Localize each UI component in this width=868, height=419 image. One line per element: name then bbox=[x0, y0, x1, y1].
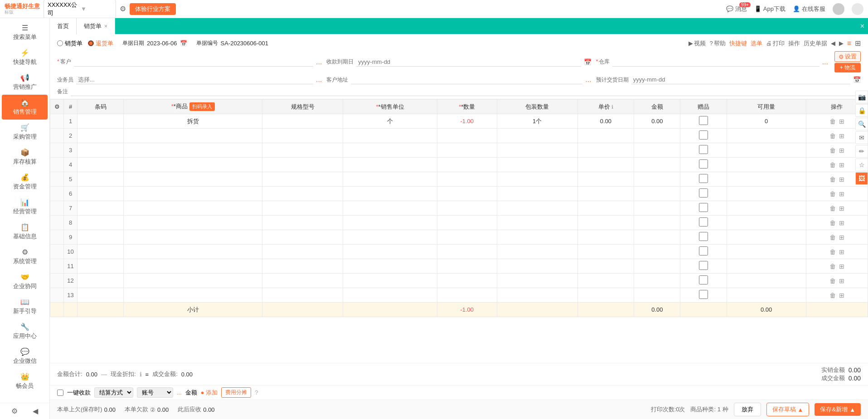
toolbar-list-icon[interactable]: ≡ bbox=[847, 39, 851, 48]
sidebar-collapse-icon[interactable]: ◀ bbox=[33, 407, 38, 415]
app-download-btn[interactable]: 📱 App下载 bbox=[754, 5, 786, 13]
message-btn[interactable]: 💬 消息 99+ bbox=[726, 5, 747, 13]
delete-row-btn[interactable]: 🗑 bbox=[829, 234, 837, 241]
sidebar-item-sales[interactable]: 🏠 销售管理 bbox=[2, 95, 48, 120]
sidebar-item-finance[interactable]: 💰 资金管理 bbox=[0, 169, 49, 194]
toolbar-select[interactable]: 选单 bbox=[751, 39, 762, 48]
sidebar-item-search[interactable]: ☰ 搜索菜单 bbox=[0, 20, 49, 45]
toolbar-next-icon[interactable]: ▶ bbox=[839, 40, 844, 47]
total-owed-help[interactable]: ② bbox=[150, 406, 155, 413]
float-search-btn[interactable]: 🔍 bbox=[855, 118, 868, 130]
salesperson-input[interactable] bbox=[76, 75, 313, 84]
toolbar-video[interactable]: ▶ 视频 bbox=[689, 39, 706, 48]
payment-method-select[interactable]: 结算方式 bbox=[94, 387, 133, 398]
copy-row-btn[interactable]: ⊞ bbox=[838, 292, 845, 299]
sidebar-item-guide[interactable]: 📖 新手引导 bbox=[0, 294, 49, 319]
avatar2[interactable] bbox=[852, 3, 863, 15]
expected-date-input[interactable] bbox=[631, 75, 850, 84]
delete-row-btn[interactable]: 🗑 bbox=[829, 176, 837, 183]
sidebar-item-business[interactable]: 📊 经营管理 bbox=[0, 194, 49, 219]
copy-row-btn[interactable]: ⊞ bbox=[838, 147, 845, 154]
sidebar-item-quicknav[interactable]: ⚡ 快捷导航 bbox=[0, 45, 49, 70]
expected-date-calendar-icon[interactable]: 📅 bbox=[853, 76, 861, 83]
delete-row-btn[interactable]: 🗑 bbox=[829, 248, 837, 255]
delete-row-btn[interactable]: 🗑 bbox=[829, 205, 837, 212]
discard-btn[interactable]: 放弃 bbox=[734, 403, 761, 416]
toolbar-shortcut[interactable]: 快捷键 bbox=[729, 39, 747, 48]
avatar[interactable] bbox=[833, 3, 844, 15]
note-input[interactable] bbox=[71, 87, 861, 96]
due-date-input[interactable] bbox=[356, 58, 581, 67]
sidebar-item-inventory[interactable]: 📦 库存核算 bbox=[0, 144, 49, 169]
toolbar-print[interactable]: 🖨 打印 bbox=[766, 39, 785, 48]
sidebar-item-wechat[interactable]: 💬 企业微信 bbox=[0, 344, 49, 369]
sidebar-item-marketing[interactable]: 📢 营销推广 bbox=[0, 70, 49, 95]
copy-row-btn[interactable]: ⊞ bbox=[838, 277, 845, 284]
tab-close-btn[interactable]: × bbox=[860, 22, 868, 30]
copy-row-btn[interactable]: ⊞ bbox=[838, 263, 845, 270]
scan-btn[interactable]: 扫码录入 bbox=[189, 102, 215, 111]
expense-btn[interactable]: 费用分摊 bbox=[221, 387, 251, 398]
tab-home[interactable]: 首页 bbox=[50, 18, 77, 34]
delete-row-btn[interactable]: 🗑 bbox=[829, 219, 837, 226]
warehouse-input[interactable]: 建材仓 bbox=[612, 58, 819, 67]
salesperson-dots[interactable]: ... bbox=[316, 76, 322, 83]
float-mail-btn[interactable]: ✉ bbox=[855, 131, 868, 144]
copy-row-btn[interactable]: ⊞ bbox=[838, 234, 845, 241]
delete-row-btn[interactable]: 🗑 bbox=[829, 161, 837, 169]
save-new-btn[interactable]: 保存&新增 ▲ bbox=[815, 403, 861, 416]
window-close-icon[interactable]: × bbox=[860, 22, 864, 30]
customer-address-dots[interactable]: ... bbox=[585, 76, 591, 83]
sidebar-item-apps[interactable]: 🔧 应用中心 bbox=[0, 319, 49, 344]
help-icon[interactable]: ? bbox=[255, 389, 258, 396]
sidebar-item-purchase[interactable]: 🛒 采购管理 bbox=[0, 120, 49, 144]
toolbar-operate[interactable]: 操作 bbox=[788, 39, 800, 48]
customer-dots[interactable]: ... bbox=[316, 58, 322, 66]
copy-row-btn[interactable]: ⊞ bbox=[838, 118, 845, 125]
customer-input[interactable] bbox=[74, 58, 313, 67]
float-camera-btn[interactable]: 📷 bbox=[855, 91, 868, 103]
delete-row-btn[interactable]: 🗑 bbox=[829, 190, 837, 197]
customer-address-input[interactable] bbox=[351, 75, 582, 84]
copy-row-btn[interactable]: ⊞ bbox=[838, 132, 845, 140]
calendar-icon[interactable]: 📅 bbox=[180, 40, 187, 47]
th-settings[interactable]: ⚙ bbox=[50, 100, 64, 114]
sidebar-item-system[interactable]: ⚙ 系统管理 bbox=[0, 244, 49, 269]
col-settings-icon[interactable]: ⚙ bbox=[54, 103, 60, 110]
payment-account-select[interactable]: 账号 bbox=[137, 387, 173, 398]
copy-row-btn[interactable]: ⊞ bbox=[838, 248, 845, 255]
gear-icon[interactable]: ⚙ bbox=[120, 5, 126, 13]
float-edit-btn[interactable]: ✏ bbox=[855, 145, 868, 158]
tab-sales-order[interactable]: 销货单 × bbox=[77, 18, 115, 34]
radio-return[interactable]: 退货单 bbox=[88, 39, 113, 48]
toolbar-grid-icon[interactable]: ⊞ bbox=[855, 39, 861, 48]
float-star-btn[interactable]: ☆ bbox=[855, 159, 868, 171]
discount-help-icon[interactable]: ℹ bbox=[140, 371, 142, 378]
online-service-btn[interactable]: 👤 在线客服 bbox=[793, 5, 825, 13]
amount-dots[interactable]: ... bbox=[177, 389, 182, 396]
delete-row-btn[interactable]: 🗑 bbox=[829, 118, 837, 125]
logistics-btn[interactable]: + 物流 bbox=[834, 63, 861, 72]
copy-row-btn[interactable]: ⊞ bbox=[838, 176, 845, 183]
float-lock-btn[interactable]: 🔒 bbox=[855, 104, 868, 117]
sidebar-item-member[interactable]: 👑 畅会员 bbox=[0, 369, 49, 394]
delete-row-btn[interactable]: 🗑 bbox=[829, 292, 837, 299]
save-draft-btn[interactable]: 保存草稿 ▲ bbox=[766, 403, 810, 416]
copy-row-btn[interactable]: ⊞ bbox=[838, 190, 845, 197]
due-date-calendar-icon[interactable]: 📅 bbox=[584, 58, 592, 66]
warehouse-dots[interactable]: ... bbox=[822, 58, 828, 66]
toolbar-help[interactable]: ? 帮助 bbox=[709, 39, 725, 48]
radio-sale[interactable]: 销货单 bbox=[57, 39, 82, 48]
trial-btn[interactable]: 体验行业方案 bbox=[130, 3, 176, 15]
toolbar-prev-icon[interactable]: ◀ bbox=[831, 40, 835, 47]
delete-row-btn[interactable]: 🗑 bbox=[829, 263, 837, 270]
sidebar-item-enterprise[interactable]: 🤝 企业协同 bbox=[0, 269, 49, 294]
delete-row-btn[interactable]: 🗑 bbox=[829, 277, 837, 284]
sidebar-item-basicinfo[interactable]: 📋 基础信息 bbox=[0, 219, 49, 244]
copy-row-btn[interactable]: ⊞ bbox=[838, 205, 845, 212]
tab-close-icon[interactable]: × bbox=[104, 23, 107, 29]
float-orange-btn[interactable]: 🖼 bbox=[855, 172, 868, 185]
company-selector[interactable]: XXXXXX公司 ▼ bbox=[44, 0, 116, 19]
sidebar-settings-icon[interactable]: ⚙ bbox=[11, 407, 18, 415]
toolbar-history[interactable]: 历史单据 bbox=[804, 39, 827, 48]
